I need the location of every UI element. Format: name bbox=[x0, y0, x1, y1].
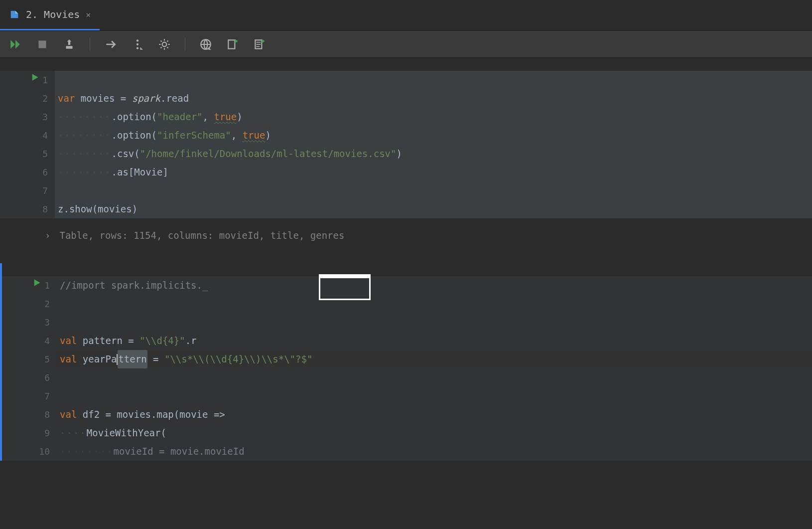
line-number: 7 bbox=[2, 387, 57, 405]
line-number: 1 bbox=[2, 276, 57, 295]
line-number: 4 bbox=[0, 126, 55, 145]
line-number: 7 bbox=[0, 181, 55, 200]
code-line: ········.option("header", true) bbox=[55, 108, 812, 126]
run-cell-icon[interactable] bbox=[33, 278, 41, 289]
code-line: val df2 = movies.map(movie => bbox=[57, 405, 812, 424]
code-line bbox=[55, 71, 812, 89]
line-number: 3 bbox=[2, 313, 57, 332]
insert-cell-icon[interactable] bbox=[226, 38, 239, 51]
code-line: ········movieId = movie.movieId bbox=[57, 442, 812, 461]
globe-icon[interactable] bbox=[199, 38, 212, 51]
line-number: 6 bbox=[0, 163, 55, 181]
code-line: val pattern = "\\d{4}".r bbox=[57, 332, 812, 350]
line-number: 6 bbox=[2, 368, 57, 387]
line-number: 2 bbox=[0, 89, 55, 108]
output-text: Table, rows: 1154, columns: movieId, tit… bbox=[59, 230, 344, 241]
svg-point-2 bbox=[136, 43, 138, 45]
line-number: 2 bbox=[2, 295, 57, 313]
code-cell-2[interactable]: 1 2 3 4 5 6 7 8 9 10 //import spark.impl… bbox=[0, 263, 812, 461]
insert-markdown-icon[interactable] bbox=[253, 38, 266, 51]
line-number: 8 bbox=[0, 200, 55, 218]
toolbar bbox=[0, 31, 812, 58]
code-line: ········.csv("/home/finkel/Downloads/ml-… bbox=[55, 145, 812, 163]
code-line: ····MovieWithYear( bbox=[57, 424, 812, 442]
run-below-icon[interactable] bbox=[104, 38, 117, 51]
line-number: 9 bbox=[2, 424, 57, 442]
line-number: 5 bbox=[0, 145, 55, 163]
svg-rect-0 bbox=[38, 40, 46, 48]
tab-movies[interactable]: 2. Movies ✕ bbox=[0, 0, 100, 30]
code-line bbox=[57, 313, 812, 332]
zeppelin-notebook-icon bbox=[9, 9, 20, 20]
line-number: 8 bbox=[2, 405, 57, 424]
code-line: //import spark.implicits._ bbox=[57, 276, 812, 295]
close-icon[interactable]: ✕ bbox=[86, 10, 91, 19]
divider bbox=[90, 37, 90, 51]
stop-icon[interactable] bbox=[36, 38, 49, 51]
clear-output-icon[interactable] bbox=[63, 38, 76, 51]
tab-label: 2. Movies bbox=[26, 8, 80, 20]
code-line: ········.as[Movie] bbox=[55, 163, 812, 181]
line-number: 1 bbox=[0, 71, 55, 89]
tab-bar: 2. Movies ✕ bbox=[0, 0, 812, 31]
cell-gap bbox=[0, 252, 812, 263]
run-all-icon[interactable] bbox=[9, 38, 22, 51]
divider bbox=[185, 37, 185, 51]
gutter: 1 2 3 4 5 6 7 8 bbox=[0, 71, 55, 218]
line-number: 3 bbox=[0, 108, 55, 126]
run-cell-icon[interactable] bbox=[31, 73, 39, 83]
code-line bbox=[57, 368, 812, 387]
code-line-current: val yearPattern = "\\s*\\(\\d{4}\\)\\s*\… bbox=[57, 350, 812, 368]
svg-point-3 bbox=[136, 47, 138, 49]
notebook-body: 1 2 3 4 5 6 7 8 var movies = spark.read … bbox=[0, 58, 812, 461]
code-editor[interactable]: var movies = spark.read ········.option(… bbox=[55, 71, 812, 218]
code-line bbox=[55, 181, 812, 200]
code-line: var movies = spark.read bbox=[55, 89, 812, 108]
code-line: z.show(movies) bbox=[55, 200, 812, 218]
code-line bbox=[57, 295, 812, 313]
gear-icon[interactable] bbox=[158, 38, 171, 51]
line-number: 5 bbox=[2, 350, 57, 368]
code-cell-1[interactable]: 1 2 3 4 5 6 7 8 var movies = spark.read … bbox=[0, 58, 812, 218]
line-number: 10 bbox=[2, 442, 57, 461]
code-line bbox=[57, 387, 812, 405]
line-number: 4 bbox=[2, 332, 57, 350]
chevron-right-icon[interactable]: › bbox=[45, 230, 50, 241]
svg-rect-5 bbox=[228, 40, 235, 48]
svg-point-1 bbox=[136, 39, 138, 41]
code-editor[interactable]: //import spark.implicits._ val pattern =… bbox=[57, 276, 812, 461]
cell-output[interactable]: › Table, rows: 1154, columns: movieId, t… bbox=[0, 218, 812, 252]
gutter: 1 2 3 4 5 6 7 8 9 10 bbox=[2, 276, 57, 461]
more-icon[interactable] bbox=[131, 38, 144, 51]
code-line: ········.option("inferSchema", true) bbox=[55, 126, 812, 145]
